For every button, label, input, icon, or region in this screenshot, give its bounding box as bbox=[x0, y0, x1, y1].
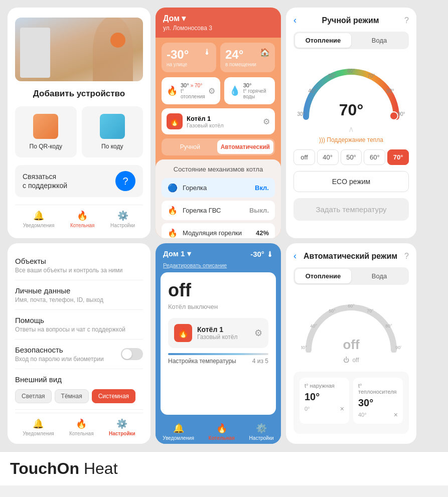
boiler-device-card: 🔥 Котёл 1 Газовый котёл ⚙ bbox=[162, 108, 275, 134]
preset-70[interactable]: 70° bbox=[387, 149, 409, 165]
mode-manual-tab[interactable]: Ручной bbox=[163, 140, 217, 154]
code-option[interactable]: По коду bbox=[82, 106, 143, 157]
boiler-off-temp: -30° 🌡 bbox=[250, 250, 273, 258]
settings-objects[interactable]: Объекты Все ваши объекты и контроль за н… bbox=[15, 251, 143, 280]
support-row[interactable]: Связаться с поддержкой ? bbox=[15, 165, 143, 197]
objects-title: Объекты bbox=[15, 257, 143, 265]
mode-tabs: Ручной Автоматический bbox=[162, 138, 275, 155]
appearance-title: Внешний вид bbox=[15, 375, 143, 384]
svg-text:30°: 30° bbox=[301, 345, 307, 350]
boiler-device-icon-2: 🔥 bbox=[174, 324, 192, 342]
gear-icon-3: ⚙️ bbox=[116, 418, 127, 429]
nav-settings-off[interactable]: ⚙️ Настройки bbox=[249, 423, 274, 441]
coolant-clear[interactable]: × bbox=[394, 411, 398, 419]
mechanism-section: Состояние механизмов котла 🔵 Горелка Вкл… bbox=[156, 159, 281, 238]
auto-header: ‹ Автоматический режим ? bbox=[293, 251, 409, 261]
auto-help-button[interactable]: ? bbox=[404, 252, 409, 261]
heat-temp-val: 30° » 70° bbox=[181, 82, 205, 88]
inside-temp-card: 🏠 24° в помещении bbox=[220, 43, 275, 72]
outdoor-clear[interactable]: × bbox=[340, 405, 344, 413]
nav-boiler-settings[interactable]: 🔥 Котельная bbox=[69, 418, 93, 436]
coolant-sub: 40° × bbox=[358, 411, 398, 419]
nav-settings[interactable]: ⚙️ Настройки bbox=[110, 210, 135, 228]
nav-notifications-off[interactable]: 🔔 Уведомления bbox=[163, 423, 194, 441]
settings-icon[interactable]: ⚙ bbox=[208, 86, 215, 96]
burner-hwc-value: Выкл. bbox=[249, 207, 269, 214]
manual-water-tab[interactable]: Вода bbox=[351, 33, 407, 48]
settings-personal[interactable]: Личные данные Имя, почта, телефон, ID, в… bbox=[15, 280, 143, 310]
gauge-chevrons: ∧ bbox=[293, 124, 409, 134]
power-icon: ⏻ bbox=[343, 357, 349, 364]
outdoor-value: 10° bbox=[305, 391, 344, 403]
boiler-address: ул. Ломоносова 3 bbox=[163, 25, 273, 32]
svg-text:70°: 70° bbox=[367, 308, 374, 313]
auto-gauge-value: off bbox=[343, 337, 359, 353]
app-light-btn[interactable]: Светлая bbox=[15, 389, 52, 403]
preset-40[interactable]: 40° bbox=[317, 149, 339, 165]
nav-notifications[interactable]: 🔔 Уведомления bbox=[23, 210, 55, 228]
settings-security: Безопасность Вход по паролю или биометри… bbox=[15, 340, 143, 369]
panel-boiler-main: Дом ▾ ул. Ломоносова 3 🌡 -30° на улице 🏠… bbox=[156, 8, 281, 238]
modulation-name: Модуляция горелки bbox=[183, 229, 256, 237]
auto-heat-tab[interactable]: Отопление bbox=[295, 269, 351, 283]
app-system-btn[interactable]: Системная bbox=[92, 389, 135, 403]
boiler-settings-icon[interactable]: ⚙ bbox=[263, 117, 270, 126]
settings-help[interactable]: Помощь Ответы на вопросы и чат с поддерж… bbox=[15, 310, 143, 340]
outside-temp-card: 🌡 -30° на улице bbox=[162, 43, 216, 72]
manual-heat-tab[interactable]: Отопление bbox=[295, 33, 351, 48]
personal-sub: Имя, почта, телефон, ID, выход bbox=[15, 296, 143, 303]
heat-icon: 🔥 bbox=[167, 85, 178, 96]
svg-point-0 bbox=[390, 112, 398, 120]
nav-settings-active[interactable]: ⚙️ Настройки bbox=[109, 418, 135, 436]
panel-settings: Объекты Все ваши объекты и контроль за н… bbox=[8, 243, 151, 444]
nav-boiler-off-active[interactable]: 🔥 Котельная bbox=[209, 423, 235, 441]
security-toggle[interactable] bbox=[121, 348, 143, 360]
settings-appearance: Внешний вид Светлая Тёмная Системная bbox=[15, 369, 143, 410]
app-logo: TouchOn Heat bbox=[10, 459, 438, 478]
auto-power-row: ⏻ off bbox=[293, 357, 409, 364]
eco-button[interactable]: ECO режим bbox=[293, 171, 409, 192]
help-button[interactable]: ? bbox=[404, 16, 409, 25]
qr-code-option[interactable]: По QR-коду bbox=[15, 106, 77, 157]
boiler-icon-3: 🔥 bbox=[76, 418, 87, 429]
boiler-gear-icon[interactable]: ⚙ bbox=[254, 327, 262, 339]
boiler-device-info: Котёл 1 Газовый котёл bbox=[187, 115, 259, 128]
nav-notifications-settings[interactable]: 🔔 Уведомления bbox=[23, 418, 54, 436]
temp-setup-label: Настройка температуры bbox=[168, 358, 236, 365]
app-dark-btn[interactable]: Тёмная bbox=[55, 389, 89, 403]
water-temp-label: t° горячей воды bbox=[243, 88, 270, 99]
nav-boiler-active[interactable]: 🔥 Котельная bbox=[70, 210, 94, 228]
house-label: Дом ▾ bbox=[163, 14, 186, 23]
water-temp-card: 💧 30° t° горячей воды bbox=[224, 77, 275, 104]
boiler-off-main: off Котёл выключен 🔥 Котёл 1 Газовый кот… bbox=[161, 272, 276, 415]
boiler-off-edit[interactable]: Редактировать описание bbox=[156, 262, 281, 272]
heat-temp-info: 30° » 70° t° отопления bbox=[181, 82, 205, 99]
preset-off[interactable]: off bbox=[293, 149, 315, 165]
mode-auto-tab[interactable]: Автоматический bbox=[217, 140, 273, 154]
svg-text:50°: 50° bbox=[328, 73, 336, 79]
boiler-off-house: Дом 1 ▾ bbox=[163, 249, 191, 258]
header-image bbox=[15, 18, 143, 81]
outdoor-label: t° наружная bbox=[305, 383, 344, 389]
auto-param-coolant: t° теплоносителя 30° 40° × bbox=[353, 378, 403, 424]
boiler-icon: 🔥 bbox=[77, 210, 88, 221]
outside-label: на улице bbox=[167, 62, 211, 67]
svg-text:30°: 30° bbox=[297, 111, 305, 117]
auto-water-tab[interactable]: Вода bbox=[351, 269, 407, 283]
bell-icon-4: 🔔 bbox=[173, 423, 184, 434]
burner-icon: 🔵 bbox=[168, 183, 178, 193]
preset-60[interactable]: 60° bbox=[364, 149, 385, 165]
auto-title: Автоматический режим bbox=[296, 252, 404, 261]
preset-50[interactable]: 50° bbox=[341, 149, 362, 165]
boiler-temp-row: 🌡 -30° на улице 🏠 24° в помещении bbox=[156, 38, 281, 77]
gear-icon-4: ⚙️ bbox=[256, 423, 267, 434]
set-temp-button[interactable]: Задать температуру bbox=[293, 198, 409, 221]
boiler-device-name: Котёл 1 bbox=[197, 325, 249, 334]
boiler-device-info-2: Котёл 1 Газовый котёл bbox=[197, 325, 249, 341]
power-label: off bbox=[352, 357, 359, 364]
heat-support-label: ))) Поддержание тепла bbox=[293, 136, 409, 143]
objects-sub: Все ваши объекты и контроль за ними bbox=[15, 267, 143, 274]
auto-seg-tabs: Отопление Вода bbox=[293, 267, 409, 285]
main-container: Добавить устройство По QR-коду По коду С… bbox=[0, 0, 448, 451]
svg-text:40°: 40° bbox=[308, 88, 316, 94]
